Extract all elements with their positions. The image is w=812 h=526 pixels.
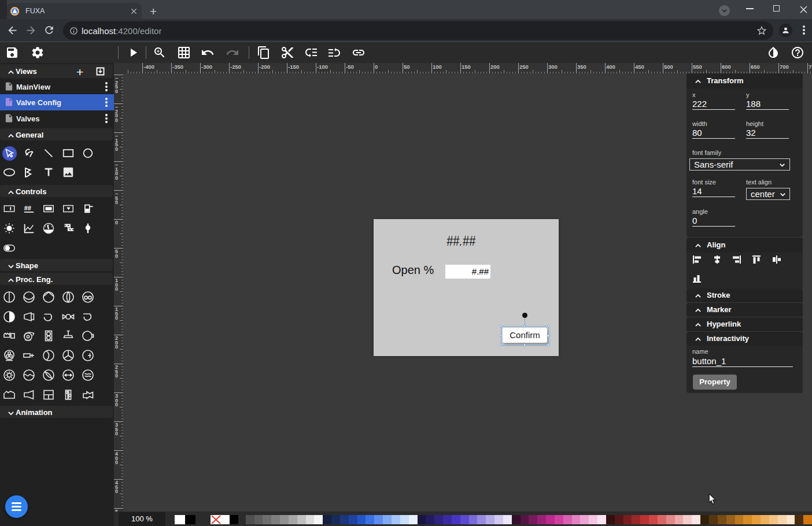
svg-text:##: ##	[24, 205, 31, 212]
